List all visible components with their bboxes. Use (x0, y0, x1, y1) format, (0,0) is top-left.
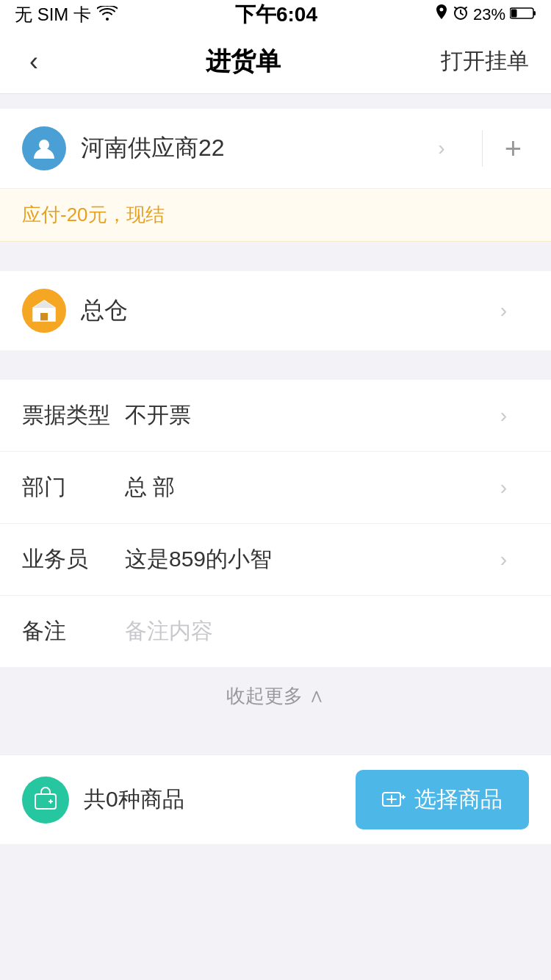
select-product-label: 选择商品 (414, 785, 503, 815)
dept-row[interactable]: 部门 总 部 › (0, 452, 551, 524)
invoice-row[interactable]: 票据类型 不开票 › (0, 380, 551, 452)
page-background (0, 844, 551, 980)
product-icon (22, 777, 69, 824)
svg-rect-2 (533, 11, 536, 15)
status-right: 23% (435, 4, 536, 25)
warehouse-icon (22, 289, 66, 333)
battery-icon (510, 5, 536, 24)
note-label: 备注 (22, 616, 110, 646)
section-gap-2 (0, 242, 551, 256)
wifi-icon (97, 4, 118, 25)
invoice-value: 不开票 (110, 400, 500, 430)
supplier-row[interactable]: 河南供应商22 › + (0, 109, 551, 189)
status-left: 无 SIM 卡 (15, 3, 118, 26)
collapse-toggle[interactable]: 收起更多 ∧ (0, 667, 551, 725)
supplier-chevron-icon: › (438, 137, 444, 160)
status-time: 下午6:04 (235, 1, 317, 29)
nav-bar: ‹ 进货单 打开挂单 (0, 29, 551, 94)
svg-rect-3 (511, 10, 516, 18)
collapse-label: 收起更多 ∧ (226, 683, 324, 709)
salesperson-label: 业务员 (22, 544, 110, 574)
warehouse-card: 总仓 › (0, 271, 551, 350)
salesperson-row[interactable]: 业务员 这是859的小智 › (0, 524, 551, 596)
page-title: 进货单 (206, 45, 281, 79)
dept-label: 部门 (22, 472, 110, 502)
warehouse-chevron-icon: › (500, 299, 507, 323)
status-bar: 无 SIM 卡 下午6:04 23% (0, 0, 551, 29)
dept-value: 总 部 (110, 472, 500, 502)
supplier-name: 河南供应商22 (81, 132, 438, 165)
svg-rect-6 (40, 313, 48, 321)
vertical-divider (482, 130, 483, 167)
section-gap-3 (0, 350, 551, 365)
salesperson-chevron-icon: › (500, 548, 507, 572)
location-icon (435, 4, 448, 25)
salesperson-value: 这是859的小智 (110, 544, 500, 574)
warehouse-name: 总仓 (81, 295, 500, 327)
balance-notice: 应付-20元，现结 (0, 189, 551, 242)
back-button[interactable]: ‹ (22, 39, 46, 84)
dept-chevron-icon: › (500, 476, 507, 500)
note-row[interactable]: 备注 备注内容 (0, 596, 551, 667)
open-pending-button[interactable]: 打开挂单 (441, 46, 529, 76)
supplier-avatar (22, 126, 66, 170)
add-supplier-button[interactable]: + (497, 132, 529, 165)
supplier-card: 河南供应商22 › + 应付-20元，现结 (0, 109, 551, 242)
warehouse-row[interactable]: 总仓 › (0, 271, 551, 350)
alarm-icon (453, 4, 469, 25)
sim-signal: 无 SIM 卡 (15, 3, 91, 26)
svg-point-4 (39, 140, 49, 150)
battery-percent: 23% (473, 5, 505, 24)
section-gap-1 (0, 94, 551, 109)
invoice-label: 票据类型 (22, 400, 110, 430)
note-input[interactable]: 备注内容 (110, 616, 529, 646)
form-section: 票据类型 不开票 › 部门 总 部 › 业务员 这是859的小智 › 备注 备注… (0, 380, 551, 667)
select-product-button[interactable]: 选择商品 (356, 770, 529, 829)
invoice-chevron-icon: › (500, 404, 507, 428)
product-count: 共0种商品 (84, 785, 356, 815)
product-bar: 共0种商品 选择商品 (0, 754, 551, 844)
section-gap-4 (0, 725, 551, 740)
